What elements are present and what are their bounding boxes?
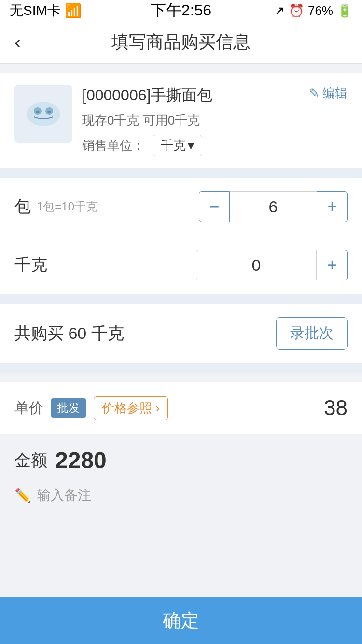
unit-arrow-icon: ▾ [188,138,194,153]
status-time: 下午2:56 [151,0,211,21]
pack-label: 包 [14,196,31,218]
wifi-icon: 📶 [65,3,82,19]
product-info: [0000006]手撕面包 现存0千克 可用0千克 销售单位： 千克 ▾ [82,85,348,156]
note-placeholder: 输入备注 [37,486,91,504]
amount-label: 金额 [14,449,47,472]
kg-label: 千克 [14,254,47,276]
pack-input-section: 包 1包=10千克 − + 千克 + [0,178,362,294]
location-icon: ↗ [274,3,285,18]
total-section: 共购买 60 千克 录批次 [0,304,362,363]
edit-icon: ✎ [309,86,320,101]
status-right: ↗ ⏰ 76% 🔋 [274,3,352,18]
alarm-icon: ⏰ [289,3,304,18]
pack-minus-button[interactable]: − [199,191,230,222]
product-name: [0000006]手撕面包 [82,85,348,106]
price-tag: 批发 [51,398,86,418]
amount-row: 金额 2280 [14,447,348,474]
kg-plus-button[interactable]: + [317,250,348,280]
edit-label: 编辑 [322,85,348,102]
pack-input-row: 包 1包=10千克 − + [14,178,348,236]
svg-point-3 [36,111,40,113]
divider-2 [0,294,362,304]
kg-stepper: + [196,250,348,280]
note-row[interactable]: ✏️ 输入备注 [14,481,348,518]
product-unit-row: 销售单位： 千克 ▾ [82,135,348,156]
amount-section: 金额 2280 ✏️ 输入备注 [0,434,362,518]
kg-input-row: 千克 + [14,236,348,294]
status-bar: 无SIM卡 📶 下午2:56 ↗ ⏰ 76% 🔋 [0,0,362,21]
product-stock: 现存0千克 可用0千克 [82,112,348,129]
product-card: [0000006]手撕面包 现存0千克 可用0千克 销售单位： 千克 ▾ ✎ 编… [0,73,362,168]
battery-text: 76% [308,3,333,18]
pack-stepper: − + [199,191,348,222]
unit-label: 销售单位： [82,137,145,154]
pack-hint: 1包=10千克 [37,199,199,214]
svg-point-4 [47,111,51,113]
product-image [14,85,72,143]
price-label: 单价 [14,398,43,418]
divider-1 [0,168,362,178]
battery-icon: 🔋 [337,3,352,18]
carrier-text: 无SIM卡 [10,1,61,20]
price-ref-button[interactable]: 价格参照 › [94,396,168,420]
price-section: 单价 批发 价格参照 › 38 [0,382,362,434]
confirm-button[interactable]: 确定 [0,597,362,644]
edit-button[interactable]: ✎ 编辑 [309,85,348,102]
back-button[interactable]: ‹ [14,31,21,53]
status-left: 无SIM卡 📶 [10,1,82,20]
nav-bar: ‹ 填写商品购买信息 [0,21,362,64]
unit-value: 千克 [161,137,186,154]
svg-point-0 [27,102,60,126]
kg-value-input[interactable] [196,250,317,280]
batch-button[interactable]: 录批次 [276,317,348,350]
pencil-icon: ✏️ [14,488,31,504]
nav-title: 填写商品购买信息 [111,30,251,54]
divider-3 [0,363,362,373]
unit-select[interactable]: 千克 ▾ [153,135,202,156]
pack-value-input[interactable] [230,191,317,222]
price-value: 38 [324,396,348,420]
pack-plus-button[interactable]: + [317,191,348,222]
amount-value: 2280 [55,447,107,474]
total-text: 共购买 60 千克 [14,322,124,345]
